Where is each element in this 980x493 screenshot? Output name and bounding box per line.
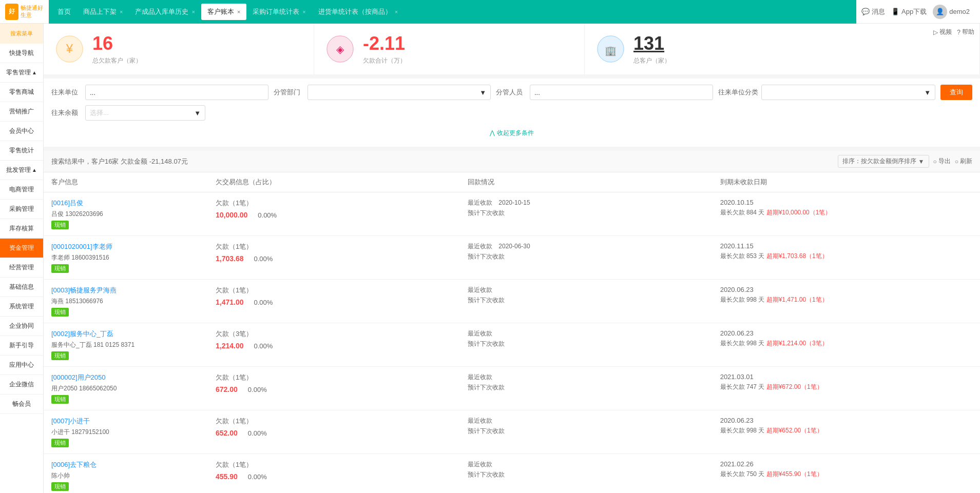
sidebar-item-free_member[interactable]: 畅会员 (0, 395, 43, 414)
sidebar-item-new_guide[interactable]: 新手引导 (0, 336, 43, 356)
sidebar-item-batch_mgmt[interactable]: 批发管理▲ (0, 161, 43, 180)
debt-info-cell: 欠款（1笔） 10,000.00 0.00% (216, 199, 468, 219)
customer-detail: 海燕 18513066976 (51, 297, 216, 306)
overdue-amount-link[interactable]: 超期¥1,703.68（1笔） (766, 252, 828, 260)
sidebar-item-inventory[interactable]: 库存核算 (0, 219, 43, 239)
sidebar-item-marketing[interactable]: 营销推广 (0, 102, 43, 122)
svg-text:¥: ¥ (65, 42, 73, 55)
collapse-row[interactable]: ⋀ 收起更多条件 (51, 126, 972, 141)
sidebar-item-app_center[interactable]: 应用中心 (0, 356, 43, 375)
sidebar-item-ecommerce[interactable]: 电商管理 (0, 180, 43, 200)
sidebar-item-retail_stats[interactable]: 零售统计 (0, 141, 43, 161)
overdue-date: 2020.11.15 (720, 242, 972, 250)
sidebar-item-retail_mall[interactable]: 零售商城 (0, 83, 43, 102)
dept-input[interactable]: ▼ (308, 85, 491, 100)
user-avatar-btn[interactable]: 👤 demo2 (933, 5, 970, 19)
debt-count: 欠款（1笔） (216, 199, 468, 208)
overdue-amount-link[interactable]: 超期¥455.90（1笔） (766, 470, 823, 478)
help-btn[interactable]: ? 帮助 (957, 28, 974, 36)
customer-detail: 小进干 18279152100 (51, 428, 216, 437)
sidebar-item-enterprise_wx[interactable]: 企业微信 (0, 375, 43, 395)
customer-tag: 现销 (51, 264, 69, 273)
expand-arrow-icon: ▲ (32, 70, 37, 75)
tab-close-products[interactable]: × (120, 9, 123, 15)
collapse-icon: ⋀ (490, 129, 496, 136)
customer-name-link[interactable]: [0006]去下粮仓 (51, 460, 216, 469)
overdue-days: 最长欠款 998 天 (720, 340, 766, 347)
debt-ratio: 0.00% (248, 386, 267, 393)
overdue-days: 最长欠款 853 天 (720, 252, 766, 260)
source-unit-input[interactable]: ... (85, 85, 268, 100)
customer-name-link[interactable]: [0016]吕俊 (51, 199, 216, 208)
overdue-date: 2020.06.23 (720, 329, 972, 337)
overdue-amount-link[interactable]: 超期¥1,214.00（3笔） (766, 340, 828, 347)
overdue-amount-link[interactable]: 超期¥652.00（1笔） (766, 427, 823, 434)
debt-row: 1,471.00 0.00% (216, 298, 468, 306)
refresh-icon: ○ (955, 158, 958, 165)
sidebar-search[interactable]: 搜索菜单 (0, 24, 43, 44)
customer-name-link[interactable]: [0007]小进干 (51, 417, 216, 426)
sidebar-item-system_mgmt[interactable]: 系统管理 (0, 297, 43, 317)
debt-row: 455.90 0.00% (216, 472, 468, 481)
sidebar-item-operations[interactable]: 经营管理 (0, 258, 43, 278)
overdue-amount-link[interactable]: 超期¥672.00（1笔） (766, 383, 823, 390)
recovery-cell: 最近收款 预计下次收款 (468, 373, 720, 393)
customer-detail: 服务中心_丁磊 181 0125 8371 (51, 341, 216, 349)
message-btn[interactable]: 💬 消息 (861, 7, 885, 16)
tab-customer_account[interactable]: 客户账本× (201, 4, 246, 20)
tab-close-production[interactable]: × (191, 9, 195, 15)
tab-products[interactable]: 商品上下架× (77, 4, 129, 20)
tab-close-customer_account[interactable]: × (237, 9, 240, 15)
customer-tag: 现销 (51, 308, 69, 317)
sidebar-item-basic_info[interactable]: 基础信息 (0, 278, 43, 297)
sidebar-item-retail_mgmt[interactable]: 零售管理▲ (0, 63, 43, 83)
tab-purchase_stats[interactable]: 进货单统计表（按商品）× (312, 4, 404, 20)
customer-name-link[interactable]: [0002]服务中心_丁磊 (51, 329, 216, 339)
person-input[interactable]: ... (530, 85, 713, 100)
overdue-info: 最长欠款 747 天 超期¥672.00（1笔） (720, 383, 972, 391)
export-btn[interactable]: ○ 导出 (933, 157, 951, 166)
filter-person: 分管人员 ... (496, 85, 713, 100)
overdue-info: 最长欠款 750 天 超期¥455.90（1笔） (720, 470, 972, 479)
table-row: [0016]吕俊 吕俊 13026203696 现销 欠款（1笔） 10,000… (44, 192, 980, 236)
overdue-cell: 2020.06.23 最长欠款 998 天 超期¥1,471.00（1笔） (720, 286, 972, 304)
tab-home[interactable]: 首页 (51, 4, 77, 20)
overdue-cell: 2020.06.23 最长欠款 998 天 超期¥652.00（1笔） (720, 417, 972, 435)
next-collection-label: 预计下次收款 (468, 296, 720, 305)
refresh-btn[interactable]: ○ 刷新 (955, 157, 972, 166)
quick-nav[interactable]: 快捷导航 (0, 44, 43, 63)
app-download-btn[interactable]: 📱 App下载 (891, 7, 927, 16)
category-input[interactable]: ▼ (761, 85, 935, 100)
tab-purchase_order[interactable]: 采购订单统计表× (246, 4, 312, 20)
overdue-info: 最长欠款 998 天 超期¥1,471.00（1笔） (720, 295, 972, 304)
customer-name-link[interactable]: [0003]畅捷服务尹海燕 (51, 286, 216, 295)
sidebar-item-capital_mgmt[interactable]: 资金管理 (0, 239, 43, 258)
last-collection-label: 最近收款 (468, 329, 720, 338)
tab-production[interactable]: 产成品入库单历史× (129, 4, 201, 20)
customer-tag: 现销 (51, 351, 69, 360)
customer-name-link[interactable]: [0001020001]李老师 (51, 242, 216, 251)
sidebar-item-enterprise[interactable]: 企业协同 (0, 317, 43, 336)
phone-icon: 📱 (891, 8, 899, 15)
balance-arrow-icon: ▼ (194, 109, 201, 117)
customer-name-link[interactable]: [000002]用户2050 (51, 373, 216, 382)
tab-close-purchase_stats[interactable]: × (395, 9, 398, 15)
video-btn[interactable]: ▷ 视频 (933, 28, 952, 36)
svg-text:◈: ◈ (336, 44, 344, 55)
tab-close-purchase_order[interactable]: × (302, 9, 305, 15)
balance-input[interactable]: 选择... ▼ (85, 105, 205, 121)
next-collection-label: 预计下次收款 (468, 427, 720, 436)
overdue-cell: 2021.03.01 最长欠款 747 天 超期¥672.00（1笔） (720, 373, 972, 391)
search-button[interactable]: 查询 (940, 85, 972, 100)
sort-select[interactable]: 排序：按欠款金额倒序排序 ▼ (838, 155, 929, 168)
customer-tag: 现销 (51, 395, 69, 404)
overdue-amount-link[interactable]: 超期¥1,471.00（1笔） (766, 296, 828, 303)
overdue-cell: 2020.11.15 最长欠款 853 天 超期¥1,703.68（1笔） (720, 242, 972, 261)
filter-row-2: 往来余额 选择... ▼ (51, 105, 972, 121)
overdue-amount-link[interactable]: 超期¥10,000.00（1笔） (766, 209, 832, 216)
overdue-date: 2020.10.15 (720, 199, 972, 206)
dept-label: 分管部门 (274, 88, 304, 97)
sidebar-item-purchase_mgmt[interactable]: 采购管理 (0, 200, 43, 219)
sidebar-item-member[interactable]: 会员中心 (0, 122, 43, 141)
customer-info-cell: [0007]小进干 小进干 18279152100 现销 (51, 417, 216, 447)
